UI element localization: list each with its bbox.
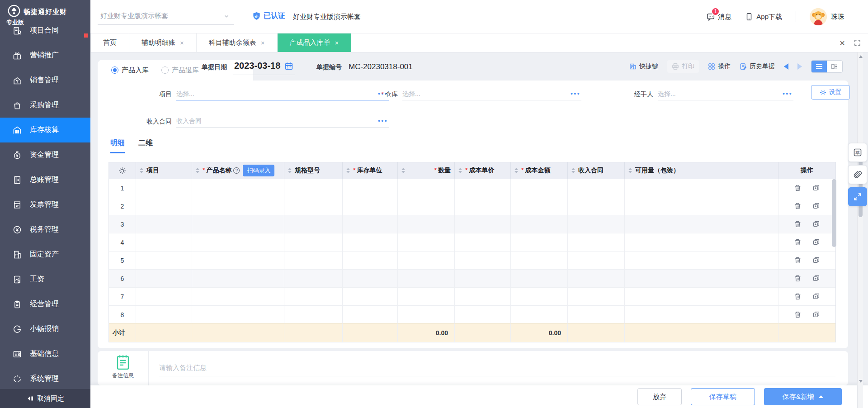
delete-row-icon[interactable] — [794, 256, 802, 264]
help-icon[interactable]: ? — [233, 167, 240, 174]
cell-avail[interactable] — [625, 251, 778, 269]
cell-project[interactable] — [136, 251, 192, 269]
sidebar-item-invoice[interactable]: 发票管理 — [0, 192, 90, 217]
delete-row-icon[interactable] — [794, 238, 802, 246]
attachment-button[interactable] — [848, 165, 867, 184]
cell-spec[interactable] — [284, 287, 343, 305]
account-set-selector[interactable]: 好业财专业版演示帐套 — [98, 8, 234, 25]
sidebar-item-salary[interactable]: 工资 — [0, 267, 90, 292]
column-header-amount[interactable]: *成本金额 — [511, 162, 568, 179]
cell-contract[interactable] — [568, 179, 625, 197]
cell-price[interactable] — [455, 215, 511, 233]
cell-project[interactable] — [136, 179, 192, 197]
column-header-qty[interactable]: *数量 — [398, 162, 455, 179]
cell-price[interactable] — [455, 269, 511, 287]
cell-product[interactable] — [192, 197, 284, 215]
warehouse-more-icon[interactable]: ●●● — [570, 91, 581, 96]
remarks-input[interactable] — [159, 364, 835, 371]
cell-contract[interactable] — [568, 269, 625, 287]
sort-icon[interactable] — [628, 168, 632, 173]
cell-spec[interactable] — [284, 233, 343, 251]
cell-project[interactable] — [136, 233, 192, 251]
cell-unit[interactable] — [343, 269, 398, 287]
sidebar-item-fixed-assets[interactable]: 固定资产 — [0, 242, 90, 267]
sidebar-item-project-contract[interactable]: 项目合同 — [0, 27, 90, 43]
sidebar-item-expense[interactable]: 小畅报销 — [0, 317, 90, 342]
sidebar-item-marketing[interactable]: 营销推广 — [0, 43, 90, 68]
draft-button[interactable]: 草 — [848, 143, 867, 162]
column-settings-gear-icon[interactable] — [118, 167, 126, 175]
column-header-spec[interactable]: 规格型号 — [284, 162, 343, 179]
fullscreen-icon[interactable] — [854, 39, 861, 46]
cell-unit[interactable] — [343, 179, 398, 197]
cell-contract[interactable] — [568, 305, 625, 323]
radio-product-return[interactable]: 产品退库 — [161, 66, 199, 75]
save-and-new-button[interactable]: 保存&新增 — [764, 388, 842, 405]
cell-unit[interactable] — [343, 215, 398, 233]
column-header-avail[interactable]: 可用量（包装） — [625, 162, 778, 179]
cell-qty[interactable] — [398, 305, 455, 323]
cell-unit[interactable] — [343, 305, 398, 323]
cell-project[interactable] — [136, 197, 192, 215]
cell-qty[interactable] — [398, 251, 455, 269]
copy-row-icon[interactable] — [812, 293, 820, 300]
cell-project[interactable] — [136, 287, 192, 305]
expand-button[interactable] — [848, 187, 867, 206]
cell-price[interactable] — [455, 179, 511, 197]
cell-avail[interactable] — [625, 215, 778, 233]
messages-button[interactable]: 消息 1 — [707, 13, 731, 21]
cell-product[interactable] — [192, 179, 284, 197]
cell-spec[interactable] — [284, 305, 343, 323]
cell-price[interactable] — [455, 305, 511, 323]
discard-button[interactable]: 放弃 — [637, 388, 682, 405]
cell-spec[interactable] — [284, 269, 343, 287]
column-header-unit[interactable]: *库存单位 — [343, 162, 398, 179]
save-draft-button[interactable]: 保存草稿 — [691, 388, 755, 405]
cell-product[interactable] — [192, 215, 284, 233]
handler-input[interactable] — [658, 90, 782, 97]
sort-icon[interactable] — [401, 168, 405, 173]
cell-unit[interactable] — [343, 197, 398, 215]
tab-aux-balance[interactable]: 科目辅助余额表× — [197, 33, 278, 52]
sidebar-item-inventory[interactable]: 库存核算 — [0, 118, 90, 142]
cell-avail[interactable] — [625, 197, 778, 215]
cell-spec[interactable] — [284, 179, 343, 197]
unpin-sidebar-button[interactable]: 取消固定 — [0, 389, 90, 408]
cell-product[interactable] — [192, 305, 284, 323]
cell-price[interactable] — [455, 251, 511, 269]
scan-input-button[interactable]: 扫码录入 — [243, 165, 274, 176]
card-view-button[interactable] — [827, 61, 842, 72]
sidebar-item-tax[interactable]: 税务管理 — [0, 217, 90, 242]
cell-qty[interactable] — [398, 179, 455, 197]
sidebar-item-system[interactable]: 系统管理 — [0, 366, 90, 389]
next-doc-icon[interactable] — [797, 63, 802, 70]
tab-detail[interactable]: 明细 — [110, 138, 125, 153]
copy-row-icon[interactable] — [812, 311, 820, 318]
tab-two-dim[interactable]: 二维 — [138, 138, 153, 153]
cell-avail[interactable] — [625, 179, 778, 197]
warehouse-input[interactable] — [402, 90, 570, 97]
settings-button[interactable]: 设置 — [811, 85, 850, 100]
delete-row-icon[interactable] — [794, 220, 802, 228]
sort-icon[interactable] — [140, 168, 143, 173]
cell-qty[interactable] — [398, 269, 455, 287]
delete-row-icon[interactable] — [794, 293, 802, 300]
cell-amount[interactable] — [511, 215, 568, 233]
actions-button[interactable]: 操作 — [708, 62, 731, 71]
close-tab-icon[interactable]: × — [261, 39, 265, 46]
page-scrollbar[interactable] — [857, 52, 863, 408]
prev-doc-icon[interactable] — [784, 63, 788, 70]
copy-row-icon[interactable] — [812, 184, 820, 192]
sidebar-item-funds[interactable]: 资金管理 — [0, 142, 90, 167]
shortcut-keys-button[interactable]: 快捷键 — [629, 62, 658, 71]
cell-qty[interactable] — [398, 287, 455, 305]
cell-amount[interactable] — [511, 287, 568, 305]
copy-row-icon[interactable] — [812, 256, 820, 264]
cell-amount[interactable] — [511, 305, 568, 323]
cell-contract[interactable] — [568, 287, 625, 305]
project-input[interactable] — [176, 90, 377, 97]
cell-amount[interactable] — [511, 269, 568, 287]
close-all-tabs-icon[interactable]: × — [840, 38, 845, 47]
sidebar-item-basic-info[interactable]: 基础信息 — [0, 342, 90, 366]
sidebar-item-purchase[interactable]: 采购管理 — [0, 93, 90, 118]
